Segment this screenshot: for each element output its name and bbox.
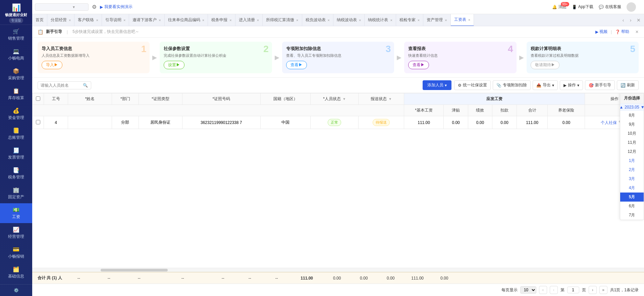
app-download-btn[interactable]: 📱 App下载 <box>572 4 593 10</box>
toolbar-special-btn[interactable]: 📎专项附加扣除 <box>493 80 531 90</box>
tab-guide_tab[interactable]: 引导说明× <box>102 14 129 26</box>
employee-search-input[interactable] <box>41 83 81 88</box>
toolbar-operate-btn[interactable]: ▶操作 ▾ <box>560 80 583 90</box>
page-prev-btn[interactable]: ‹ <box>550 286 558 294</box>
month-item-10[interactable]: 10月 <box>620 129 644 138</box>
tab-tax_exempt[interactable]: 税负波动表× <box>302 14 333 26</box>
page-prev-prev-btn[interactable]: « <box>539 286 547 294</box>
tab-close-invite[interactable]: × <box>159 18 161 22</box>
sidebar-item-basic[interactable]: 🗂️基础信息 <box>0 263 32 283</box>
tab-close-tax_calc[interactable]: × <box>296 18 298 22</box>
step-btn-step2[interactable]: 设置▶ <box>164 61 184 69</box>
guide-help-btn[interactable]: ❓ 帮助 <box>615 29 629 35</box>
submit-filter-icon[interactable]: ▼ <box>388 97 392 101</box>
month-item-12[interactable]: 12月 <box>620 147 644 156</box>
action-social-insurance-0[interactable]: 个人社保 <box>601 120 617 125</box>
tab-tax_stat2[interactable]: 纳税波动表× <box>333 14 365 26</box>
tab-asset_mgmt[interactable]: 资产管理× <box>423 14 450 26</box>
select-all-checkbox[interactable] <box>36 96 40 101</box>
step-btn-step5[interactable]: 敬请期待▶ <box>531 61 559 69</box>
sidebar-item-ledger[interactable]: 📒总账管理 <box>0 124 32 144</box>
toolbar-new_guide-btn[interactable]: 🎯新手引导 <box>585 80 615 90</box>
topbar-search-box[interactable]: ▾ <box>35 3 89 11</box>
year-down-arrow[interactable]: ▼ <box>641 105 644 110</box>
tab-close-qingce[interactable]: × <box>257 18 259 22</box>
month-item-7[interactable]: 7月 <box>620 211 644 220</box>
sidebar-item-tax[interactable]: 📑税务管理 <box>0 164 32 183</box>
sidebar-item-purchase[interactable]: 📦采购管理 <box>0 65 32 84</box>
month-item-2[interactable]: 2月 <box>620 165 644 174</box>
sidebar-item-system[interactable]: ⚙️系统管理 <box>0 283 32 284</box>
guide-video-btn[interactable]: ▶ 视频 <box>595 29 607 35</box>
tab-close-tax_stat3[interactable]: × <box>390 18 392 22</box>
sidebar-item-inventory[interactable]: 📋库存核算 <box>0 84 32 104</box>
sidebar-item-xiaochang[interactable]: 💳小畅报销 <box>0 243 32 263</box>
tab-close-goods[interactable]: × <box>202 18 204 22</box>
step-btn-step4[interactable]: 查看▶ <box>408 61 429 69</box>
tab-salary_tab[interactable]: 工资表× <box>451 14 474 26</box>
month-item-4[interactable]: 4月 <box>620 183 644 193</box>
search-icon[interactable]: 🔍 <box>83 83 88 88</box>
add-employee-btn[interactable]: 添加人员 ▾ <box>423 80 451 90</box>
sidebar-item-invoice[interactable]: 🧾发票管理 <box>0 144 32 164</box>
tab-close-tax_exempt[interactable]: × <box>328 18 330 22</box>
month-item-9[interactable]: 9月 <box>620 120 644 129</box>
tab-scroll-right[interactable]: › <box>627 17 634 24</box>
employee-search-box[interactable]: 🔍 <box>38 81 91 89</box>
tab-invite[interactable]: 邀请下游客户× <box>129 14 164 26</box>
tab-close-taxreport[interactable]: × <box>229 18 231 22</box>
tab-tax_stat3[interactable]: 纳税统计表× <box>365 14 396 26</box>
month-item-3[interactable]: 3月 <box>620 174 644 183</box>
month-item-11[interactable]: 11月 <box>620 138 644 147</box>
topbar-demo-btn[interactable]: ▶ 我要看实例演示 <box>100 4 132 10</box>
tab-customer[interactable]: 客户联络× <box>74 14 102 26</box>
month-item-8[interactable]: 8月 <box>620 111 644 120</box>
tab-tax_expert[interactable]: 税检专家× <box>396 14 423 26</box>
service-btn[interactable]: 💬 在线客服 <box>599 4 621 10</box>
step-btn-step3[interactable]: 查看▶ <box>286 61 307 69</box>
month-item-1[interactable]: 1月 <box>620 156 644 165</box>
horizontal-scrollbar[interactable] <box>32 268 644 272</box>
per-page-select[interactable]: 10 20 50 <box>520 286 536 294</box>
status-filter-icon[interactable]: ▼ <box>342 97 346 101</box>
tab-close-tax_stat2[interactable]: × <box>359 18 361 22</box>
toolbar-refresh-btn[interactable]: 🔄刷新 <box>617 80 639 90</box>
toolbar-setting-btn[interactable]: ⚙统一社保设置 <box>454 80 491 90</box>
search-dropdown-icon[interactable]: ▾ <box>73 5 75 9</box>
tab-close-asset_mgmt[interactable]: × <box>445 18 447 22</box>
tab-scroll-left[interactable]: ‹ <box>620 17 627 24</box>
tab-close-tax_expert[interactable]: × <box>418 18 420 22</box>
month-item-6[interactable]: 6月 <box>620 202 644 211</box>
sidebar-item-assets[interactable]: 🏢固定资产 <box>0 183 32 203</box>
page-next-btn[interactable]: › <box>589 286 597 294</box>
guide-close-btn[interactable]: ✕ <box>635 30 639 34</box>
tab-division[interactable]: 分层经营× <box>47 14 74 26</box>
tab-home[interactable]: 首页 <box>32 14 47 26</box>
tab-taxreport[interactable]: 税务申报× <box>208 14 235 26</box>
tab-tax_calc[interactable]: 所得税汇算清缴× <box>263 14 302 26</box>
tab-close-salary_tab[interactable]: × <box>468 18 470 22</box>
toolbar-export-btn[interactable]: 📤导出 ▾ <box>533 80 558 90</box>
sidebar-item-salary[interactable]: 💵工资 <box>0 203 32 223</box>
tab-close-customer[interactable]: × <box>96 18 98 22</box>
close-all-tabs-btn[interactable]: ✕ <box>635 16 643 24</box>
month-item-5[interactable]: 5月 <box>620 193 644 202</box>
sidebar-item-finance[interactable]: 💰资金管理 <box>0 104 32 124</box>
row-checkbox-0[interactable] <box>36 120 40 124</box>
sidebar-item-sales[interactable]: 🛒销售管理 <box>0 25 32 45</box>
year-up-arrow[interactable]: ▲ <box>619 105 623 110</box>
sidebar-item-operation[interactable]: 📈经营管理 <box>0 223 32 243</box>
sidebar-item-ecommerce[interactable]: 💻小畅电商 <box>0 45 32 65</box>
topbar-settings-icon[interactable]: ⚙ <box>92 4 97 10</box>
notice-btn[interactable]: 🔔 消息 99+ <box>552 4 567 10</box>
topbar-search-input[interactable] <box>38 5 71 9</box>
tab-goods[interactable]: 往来单位商品编码× <box>165 14 208 26</box>
tab-qingce[interactable]: 进入清册× <box>235 14 263 26</box>
tab-close-guide_tab[interactable]: × <box>123 18 125 22</box>
step-btn-step1[interactable]: 导入▶ <box>42 61 62 69</box>
sidebar-settings[interactable]: ⚙️ <box>0 284 32 296</box>
page-next-next-btn[interactable]: » <box>599 286 607 294</box>
user-avatar[interactable] <box>627 2 636 12</box>
scrollbar-thumb[interactable] <box>101 269 168 271</box>
page-input[interactable] <box>567 287 579 293</box>
